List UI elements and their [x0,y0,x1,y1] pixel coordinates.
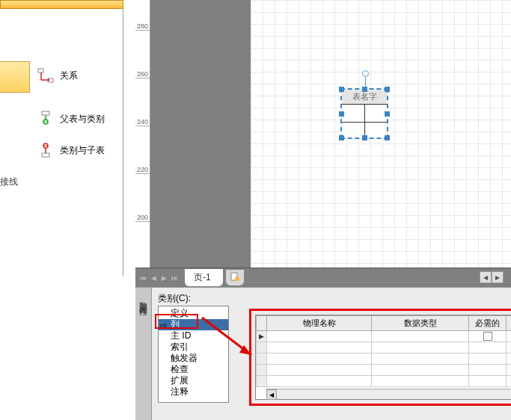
ruler-tick: 240 [135,118,150,126]
col-header-pk[interactable]: PK [507,316,512,331]
shape-child-label: 类别与子表 [60,144,105,157]
tab-nav-next[interactable]: ▶ [159,272,168,284]
category-item-definition[interactable]: 定义 [159,308,228,319]
cell-data-type[interactable] [372,331,469,342]
shape-category-child[interactable]: 类别与子表 [37,142,105,158]
page-tabs-row: ⏮ ◀ ▶ ⏭ 页-1 ◀ ▶ [135,268,511,287]
ruler-tick: 200 [135,214,150,222]
properties-content: 类别(C): 定义 ⇨ 列 主 ID 索引 触发器 检查 扩展 注释 [152,288,511,420]
tab-nav-buttons: ⏮ ◀ ▶ ⏭ [135,272,182,284]
category-item-primary-id[interactable]: 主 ID [159,330,228,342]
resize-handle-w[interactable] [339,111,344,117]
col-header-required[interactable]: 必需的 [469,316,507,331]
resize-handle-s[interactable] [362,135,367,140]
table-row[interactable] [257,376,512,387]
database-properties-panel: 数据库属性 类别(C): 定义 ⇨ 列 主 ID 索引 触发器 检查 扩展 注释 [135,287,511,420]
grid-hscroll: ◀ [266,389,511,399]
ruler-tick: 260 [135,70,150,78]
col-header-data-type[interactable]: 数据类型 [372,316,469,331]
category-item-check[interactable]: 检查 [159,364,228,375]
svg-marker-16 [239,345,251,355]
shape-parent-label: 父表与类别 [60,113,105,126]
tab-nav-last[interactable]: ⏭ [170,272,179,284]
table-row[interactable] [257,353,512,365]
relation-icon [37,67,54,84]
tab-nav-first[interactable]: ⏮ [138,272,147,284]
hscroll: ◀ ▶ [480,271,504,283]
resize-handle-sw[interactable] [339,135,344,140]
resize-handle-nw[interactable] [339,87,344,92]
table-row[interactable] [257,342,512,353]
table-row[interactable]: ▶ [257,331,512,342]
table-shape-body [342,105,387,139]
table-row[interactable] [257,365,512,376]
resize-handle-ne[interactable] [385,87,390,92]
shape-relation-label: 关系 [60,70,78,82]
svg-rect-5 [42,111,49,115]
category-item-column[interactable]: ⇨ 列 [159,319,228,330]
required-checkbox[interactable] [483,332,492,341]
columns-grid[interactable]: 物理名称 数据类型 必需的 PK ▶ [255,315,511,400]
row-marker: ▶ [257,331,267,342]
rotation-handle[interactable] [362,70,369,77]
table-entity-shape[interactable]: 表名字 [340,88,388,139]
parent-category-icon [37,111,54,127]
category-item-note[interactable]: 注释 [159,386,228,398]
col-header-physical-name[interactable]: 物理名称 [267,316,372,331]
svg-rect-0 [38,69,43,72]
columns-table: 物理名称 数据类型 必需的 PK ▶ [256,315,511,387]
tab-nav-prev[interactable]: ◀ [149,272,158,284]
shape-relation[interactable]: 关系 [37,67,78,84]
shapes-panel: 关系 父表与类别 类别与子表 接线 [0,0,123,277]
section-connect-label: 接线 [0,176,18,188]
new-page-tab[interactable] [226,270,244,285]
shape-parent-category[interactable]: 父表与类别 [37,111,105,127]
category-item-trigger[interactable]: 触发器 [159,353,228,364]
resize-handle-n[interactable] [362,87,367,92]
selected-arrow-icon: ⇨ [160,320,167,331]
cell-pk[interactable] [507,331,512,342]
page-tab-1[interactable]: 页-1 [185,269,223,286]
panel-header-bar [0,0,123,9]
grid-hscroll-left[interactable]: ◀ [266,389,277,400]
category-list[interactable]: 定义 ⇨ 列 主 ID 索引 触发器 检查 扩展 注释 [158,306,229,403]
category-label: 类别(C): [158,292,505,305]
hscroll-right[interactable]: ▶ [492,271,504,283]
properties-vertical-tab[interactable]: 数据库属性 [135,288,152,420]
resize-handle-se[interactable] [385,135,390,140]
selected-shape-highlight [0,61,30,93]
table-shape-title: 表名字 [342,90,387,105]
ruler-tick: 280 [135,22,150,31]
svg-point-14 [235,277,239,281]
cell-required[interactable] [469,331,507,342]
col-header-rowhead [257,316,267,331]
new-page-icon [230,272,239,281]
ruler-vertical: 280 260 240 220 200 [135,0,150,268]
hscroll-left[interactable]: ◀ [480,271,492,283]
svg-marker-4 [48,78,50,81]
cell-physical-name[interactable] [267,331,372,342]
category-item-index[interactable]: 索引 [159,342,228,353]
category-item-column-label: 列 [171,319,180,330]
ruler-tick: 220 [135,166,150,174]
canvas-gutter [150,0,251,277]
svg-rect-12 [42,153,49,157]
category-item-extend[interactable]: 扩展 [159,375,228,386]
category-child-icon [37,142,54,158]
resize-handle-e[interactable] [385,111,390,117]
